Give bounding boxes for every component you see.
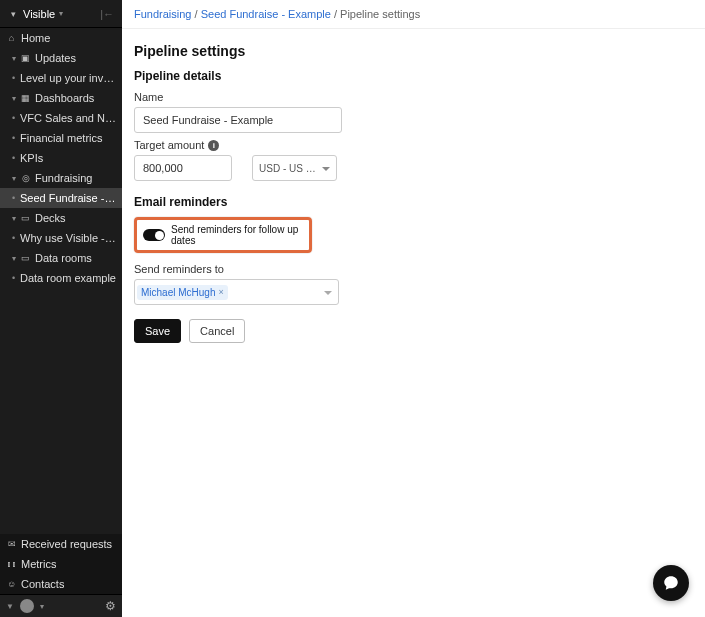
sidebar-footer: ✉ Received requests ⫾⫾ Metrics ☺ Contact… bbox=[0, 534, 122, 617]
reminder-toggle-row: Send reminders for follow up dates bbox=[134, 217, 312, 253]
caret-icon: ▾ bbox=[12, 254, 16, 263]
cancel-button[interactable]: Cancel bbox=[189, 319, 245, 343]
sidebar-header: ▾ Visible ▾ |← bbox=[0, 0, 122, 28]
target-label: Target amount i bbox=[134, 139, 670, 151]
caret-icon: ▾ bbox=[12, 214, 16, 223]
section-details-heading: Pipeline details bbox=[134, 69, 670, 83]
gear-icon[interactable]: ⚙ bbox=[105, 599, 116, 613]
caret-icon: ▾ bbox=[12, 174, 16, 183]
nav-fundraising-item-active[interactable]: Seed Fundraise - Example bbox=[0, 188, 122, 208]
nav-fundraising[interactable]: ▾ ◎ Fundraising bbox=[0, 168, 122, 188]
recipients-select[interactable]: Michael McHugh × bbox=[134, 279, 339, 305]
info-icon[interactable]: i bbox=[208, 140, 219, 151]
nav-dashboards[interactable]: ▾ ▦ Dashboards bbox=[0, 88, 122, 108]
save-button[interactable]: Save bbox=[134, 319, 181, 343]
avatar[interactable] bbox=[20, 599, 34, 613]
nav-updates[interactable]: ▾ ▣ Updates bbox=[0, 48, 122, 68]
user-bar: ▼ ▾ ⚙ bbox=[0, 594, 122, 617]
nav-datarooms-item[interactable]: Data room example bbox=[0, 268, 122, 288]
chat-icon bbox=[662, 574, 680, 592]
breadcrumb-pipeline[interactable]: Seed Fundraise - Example bbox=[201, 8, 331, 20]
decks-icon: ▭ bbox=[20, 213, 31, 224]
breadcrumb-root[interactable]: Fundraising bbox=[134, 8, 191, 20]
chat-fab[interactable] bbox=[653, 565, 689, 601]
caret-icon: ▾ bbox=[12, 94, 16, 103]
nav-contacts[interactable]: ☺ Contacts bbox=[0, 574, 122, 594]
nav-metrics[interactable]: ⫾⫾ Metrics bbox=[0, 554, 122, 574]
updates-icon: ▣ bbox=[20, 53, 31, 64]
brand-name: Visible bbox=[23, 8, 55, 20]
breadcrumb-leaf: Pipeline settings bbox=[340, 8, 420, 20]
nav-decks-item[interactable]: Why use Visible - Found… bbox=[0, 228, 122, 248]
sidebar: ▾ Visible ▾ |← ⌂ Home ▾ ▣ Updates Level … bbox=[0, 0, 122, 617]
nav-dashboards-item[interactable]: KPIs bbox=[0, 148, 122, 168]
breadcrumb: Fundraising / Seed Fundraise - Example /… bbox=[122, 0, 705, 29]
home-icon: ⌂ bbox=[6, 33, 17, 44]
reminder-toggle-label: Send reminders for follow up dates bbox=[171, 224, 303, 246]
target-icon: ◎ bbox=[20, 173, 31, 184]
collapse-sidebar-icon[interactable]: |← bbox=[100, 8, 114, 20]
inbox-icon: ✉ bbox=[6, 539, 17, 550]
recipients-label: Send reminders to bbox=[134, 263, 670, 275]
filter-icon[interactable]: ▼ bbox=[6, 602, 14, 611]
page-body: Pipeline settings Pipeline details Name … bbox=[122, 29, 682, 351]
nav-decks[interactable]: ▾ ▭ Decks bbox=[0, 208, 122, 228]
nav-datarooms[interactable]: ▾ ▭ Data rooms bbox=[0, 248, 122, 268]
page-title: Pipeline settings bbox=[134, 43, 670, 59]
brand-icon: ▾ bbox=[8, 8, 19, 19]
recipient-tag: Michael McHugh × bbox=[137, 285, 228, 300]
caret-icon: ▾ bbox=[12, 54, 16, 63]
chart-icon: ⫾⫾ bbox=[6, 559, 17, 570]
nav-home[interactable]: ⌂ Home bbox=[0, 28, 122, 48]
dashboards-icon: ▦ bbox=[20, 93, 31, 104]
main: Fundraising / Seed Fundraise - Example /… bbox=[122, 0, 705, 617]
reminder-toggle[interactable] bbox=[143, 229, 165, 241]
nav-dashboards-item[interactable]: VFC Sales and New cust… bbox=[0, 108, 122, 128]
nav-dashboards-item[interactable]: Financial metrics bbox=[0, 128, 122, 148]
currency-select[interactable]: USD - US Dollar bbox=[252, 155, 337, 181]
name-label: Name bbox=[134, 91, 670, 103]
chevron-down-icon: ▾ bbox=[59, 9, 63, 18]
folder-icon: ▭ bbox=[20, 253, 31, 264]
target-input[interactable] bbox=[134, 155, 232, 181]
name-input[interactable] bbox=[134, 107, 342, 133]
contacts-icon: ☺ bbox=[6, 579, 17, 590]
workspace-switcher[interactable]: ▾ Visible ▾ bbox=[8, 8, 100, 20]
nav-received-requests[interactable]: ✉ Received requests bbox=[0, 534, 122, 554]
section-reminders-heading: Email reminders bbox=[134, 195, 670, 209]
nav-updates-item[interactable]: Level up your investor re… bbox=[0, 68, 122, 88]
remove-tag-icon[interactable]: × bbox=[218, 287, 223, 297]
chevron-down-icon[interactable]: ▾ bbox=[40, 602, 44, 611]
